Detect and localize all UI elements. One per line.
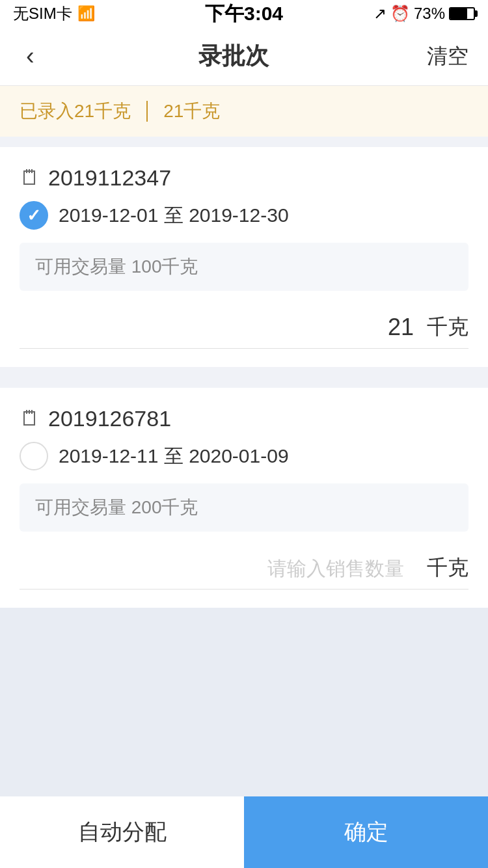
batch-date-1: 2019-12-01 至 2019-12-30 <box>59 202 289 229</box>
batch-date-2: 2019-12-11 至 2020-01-09 <box>59 443 289 470</box>
availability-text-2: 可用交易量 200千克 <box>35 497 198 517</box>
wifi-icon: 📶 <box>77 5 95 22</box>
page-title: 录批次 <box>198 40 269 72</box>
confirm-button[interactable]: 确定 <box>244 796 488 868</box>
availability-label-1: 可用交易量 <box>35 256 126 277</box>
availability-value-2: 200千克 <box>131 497 198 517</box>
quantity-row-1: 21 千克 <box>20 306 468 349</box>
back-button[interactable]: ‹ <box>20 36 41 77</box>
quantity-unit-1: 千克 <box>427 313 468 342</box>
quantity-value-1: 21 <box>388 314 414 341</box>
batch-number-1: 2019112347 <box>48 165 171 191</box>
carrier-text: 无SIM卡 <box>13 3 72 24</box>
batch-header-1: 🗒 2019112347 <box>20 165 468 191</box>
batch-header-2: 🗒 2019126781 <box>20 406 468 431</box>
batch-date-row-2[interactable]: 2019-12-11 至 2020-01-09 <box>20 442 468 470</box>
quantity-input-2[interactable] <box>219 556 414 580</box>
radio-button-2[interactable] <box>20 442 48 470</box>
summary-value: 21千克 <box>163 99 220 124</box>
batch-icon-2: 🗒 <box>20 407 40 431</box>
batch-number-2: 2019126781 <box>48 406 171 431</box>
status-left: 无SIM卡 📶 <box>13 3 95 24</box>
card-separator <box>0 367 488 377</box>
auto-distribute-button[interactable]: 自动分配 <box>0 796 244 868</box>
unit-label-2: 千克 <box>427 554 468 582</box>
status-right: ↗ ⏰ 73% <box>373 5 475 23</box>
status-bar: 无SIM卡 📶 下午3:04 ↗ ⏰ 73% <box>0 0 488 27</box>
bottom-bar: 自动分配 确定 <box>0 796 488 868</box>
availability-box-2: 可用交易量 200千克 <box>20 483 468 532</box>
clear-button[interactable]: 清空 <box>427 42 468 71</box>
availability-label-2: 可用交易量 <box>35 497 126 517</box>
location-icon: ↗ <box>373 5 386 23</box>
batch-card-2: 🗒 2019126781 2019-12-11 至 2020-01-09 可用交… <box>0 388 488 608</box>
nav-bar: ‹ 录批次 清空 <box>0 27 488 86</box>
content-area: 已录入21千克 21千克 🗒 2019112347 2019-12-01 至 2… <box>0 86 488 868</box>
input-row-2: 千克 <box>20 547 468 590</box>
availability-text-1: 可用交易量 100千克 <box>35 256 198 277</box>
summary-divider <box>146 101 148 122</box>
batch-card-1: 🗒 2019112347 2019-12-01 至 2019-12-30 可用交… <box>0 147 488 367</box>
battery-percent: 73% <box>414 5 445 23</box>
radio-button-1[interactable] <box>20 201 48 230</box>
summary-banner: 已录入21千克 21千克 <box>0 86 488 137</box>
battery-icon <box>449 7 475 20</box>
clock-icon: ⏰ <box>390 5 410 23</box>
time-display: 下午3:04 <box>205 1 283 27</box>
batch-icon-1: 🗒 <box>20 166 40 190</box>
availability-value-1: 100千克 <box>131 256 198 277</box>
batch-date-row-1[interactable]: 2019-12-01 至 2019-12-30 <box>20 201 468 230</box>
availability-box-1: 可用交易量 100千克 <box>20 243 468 291</box>
summary-label: 已录入21千克 <box>20 99 131 124</box>
